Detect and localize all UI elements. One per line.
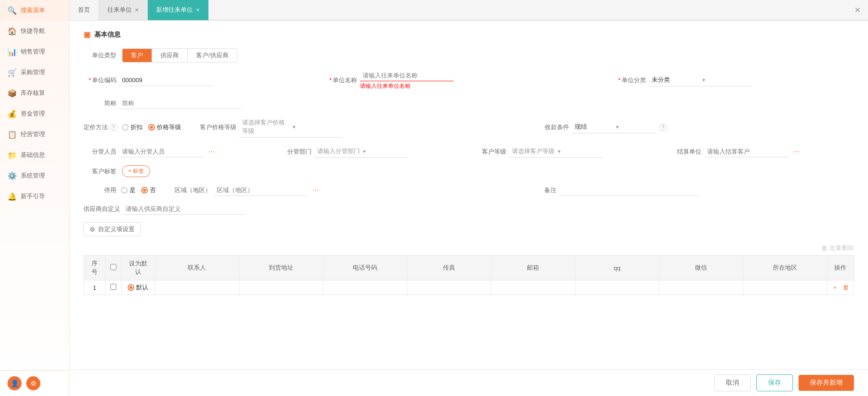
wechat-input[interactable] <box>664 284 738 291</box>
select-all-checkbox[interactable] <box>110 264 116 270</box>
contact-input[interactable] <box>160 284 234 291</box>
row-region[interactable] <box>743 280 827 295</box>
tab-partners-close[interactable]: ✕ <box>135 7 139 13</box>
sidebar-item-newbie[interactable]: 🔔 新手引导 <box>0 186 69 207</box>
default-radio[interactable] <box>128 284 134 291</box>
phone-input[interactable] <box>328 284 402 291</box>
sidebar-item-basic[interactable]: 📁 基础信息 <box>0 145 69 165</box>
row-contact[interactable] <box>155 280 239 295</box>
unit-type-both[interactable]: 客户/供应商 <box>187 49 237 62</box>
no-radio[interactable] <box>141 187 148 194</box>
row-checkbox[interactable] <box>106 280 122 295</box>
discount-radio[interactable] <box>122 124 129 131</box>
unit-category-select[interactable]: 未分类 ▼ <box>649 74 752 86</box>
sidebar: 🔍 搜索菜单 🏠 快捷导航 📊 销售管理 🛒 采购管理 📦 库存核算 💰 资金管… <box>0 0 69 396</box>
row-action: ＋ 🗑 <box>827 280 854 295</box>
category-arrow-icon: ▼ <box>701 78 749 83</box>
settlement-more-icon[interactable]: ··· <box>792 148 801 156</box>
tab-new-partner-close[interactable]: ✕ <box>196 7 200 13</box>
manager-more-icon[interactable]: ··· <box>206 148 216 156</box>
remarks-field: 备注 <box>524 185 854 196</box>
customer-level-field: 客户等级 请选择客户等级 ▼ <box>473 145 659 158</box>
row-select-checkbox[interactable] <box>110 284 116 290</box>
region-more-icon[interactable]: ··· <box>311 186 320 194</box>
sidebar-user-icon[interactable]: 👤 <box>8 376 22 390</box>
fax-input[interactable] <box>412 284 486 291</box>
sidebar-settings-icon[interactable]: ⚙ <box>26 376 40 390</box>
short-name-input[interactable] <box>119 98 241 109</box>
payment-terms-select[interactable]: 现结 ▼ <box>572 121 656 133</box>
tab-home[interactable]: 首页 <box>69 0 99 20</box>
manager-input[interactable] <box>119 146 204 157</box>
disable-yes[interactable]: 是 <box>121 186 136 194</box>
unit-name-input[interactable] <box>360 70 454 81</box>
col-contact: 联系人 <box>155 256 239 280</box>
form-content: ▣ 基本信息 单位类型 客户 供应商 客户/供应商 *单位编码 <box>69 21 868 369</box>
address-input[interactable] <box>244 284 318 291</box>
unit-name-error: 请输入往来单位名称 <box>360 82 454 90</box>
customer-level-select[interactable]: 请选择客户等级 ▼ <box>509 145 603 158</box>
pricing-discount[interactable]: 折扣 <box>122 123 143 132</box>
supplier-custom-row: 供应商自定义 <box>84 203 854 215</box>
row-wechat[interactable] <box>659 280 743 295</box>
row-phone[interactable] <box>323 280 407 295</box>
unit-type-customer[interactable]: 客户 <box>122 49 152 62</box>
search-icon: 🔍 <box>8 6 17 15</box>
payment-terms-field: 收款条件 现结 ▼ ? <box>536 121 854 133</box>
supplier-custom-input[interactable] <box>123 203 245 215</box>
manager-row: 分管人员 ··· 分管部门 请输入分管部门 ▼ 客户等级 请选择客户等级 ▼ 结… <box>84 145 854 158</box>
sidebar-item-sales[interactable]: 📊 销售管理 <box>0 41 69 62</box>
customer-tag-label: 客户标签 <box>84 167 116 176</box>
department-select[interactable]: 请输入分管部门 ▼ <box>314 145 408 158</box>
payment-help-icon[interactable]: ? <box>659 124 667 131</box>
unit-type-supplier[interactable]: 供应商 <box>152 49 187 62</box>
unit-category-field: *单位分类 未分类 ▼ <box>613 74 854 86</box>
batch-delete-label[interactable]: 批量删除 <box>830 244 854 252</box>
cancel-button[interactable]: 取消 <box>714 374 751 391</box>
batch-delete-area: 🗑 批量删除 <box>84 244 854 252</box>
remarks-input[interactable] <box>559 185 700 196</box>
custom-settings-button[interactable]: ⚙ 自定义项设置 <box>84 222 141 236</box>
disable-no[interactable]: 否 <box>141 186 156 194</box>
sidebar-item-quicknav[interactable]: 🏠 快捷导航 <box>0 21 69 41</box>
sidebar-item-inventory[interactable]: 📦 库存核算 <box>0 83 69 103</box>
chart-icon: 📊 <box>8 47 17 56</box>
sidebar-item-purchase[interactable]: 🛒 采购管理 <box>0 62 69 83</box>
tab-new-partner[interactable]: 新增往来单位 ✕ <box>148 0 209 20</box>
sidebar-item-system[interactable]: ⚙️ 系统管理 <box>0 165 69 186</box>
delete-row-icon[interactable]: 🗑 <box>843 284 849 291</box>
pricing-level[interactable]: 价格等级 <box>148 123 181 132</box>
email-input[interactable] <box>496 284 570 291</box>
save-button[interactable]: 保存 <box>756 374 793 391</box>
sidebar-item-finance[interactable]: 💰 资金管理 <box>0 103 69 124</box>
pricing-help-icon[interactable]: ? <box>110 124 117 131</box>
row-fax[interactable] <box>407 280 491 295</box>
settings-gear-icon: ⚙ <box>90 226 95 233</box>
default-radio-item[interactable]: 默认 <box>126 283 150 292</box>
close-all-tabs[interactable]: ✕ <box>847 6 868 15</box>
save-new-button[interactable]: 保存并新增 <box>799 375 854 391</box>
yes-radio[interactable] <box>121 187 128 194</box>
add-row-icon[interactable]: ＋ <box>832 284 838 291</box>
row-address[interactable] <box>239 280 323 295</box>
sidebar-item-operations[interactable]: 📋 经营管理 <box>0 124 69 145</box>
customer-price-select[interactable]: 请选择客户价格等级 ▼ <box>239 116 343 138</box>
row-email[interactable] <box>491 280 575 295</box>
col-qq: qq <box>575 256 659 280</box>
col-email: 邮箱 <box>491 256 575 280</box>
add-tag-button[interactable]: + 标签 <box>122 165 150 177</box>
manager-label: 分管人员 <box>84 148 116 156</box>
sidebar-item-search[interactable]: 🔍 搜索菜单 <box>0 0 69 21</box>
payment-arrow-icon: ▼ <box>615 124 654 130</box>
col-address: 到货地址 <box>239 256 323 280</box>
region-field: 区域（地区） ··· <box>175 185 505 196</box>
row-region-input[interactable] <box>748 284 822 291</box>
qq-input[interactable] <box>580 284 654 291</box>
main-area: 首页 往来单位 ✕ 新增往来单位 ✕ ✕ ▣ 基本信息 单位类型 客户 供应商 … <box>69 0 868 396</box>
region-input[interactable] <box>214 185 308 196</box>
settlement-input[interactable] <box>704 146 789 157</box>
tab-partners[interactable]: 往来单位 ✕ <box>99 0 148 20</box>
row-qq[interactable] <box>575 280 659 295</box>
unit-code-input[interactable] <box>119 75 213 86</box>
level-radio[interactable] <box>148 124 155 131</box>
